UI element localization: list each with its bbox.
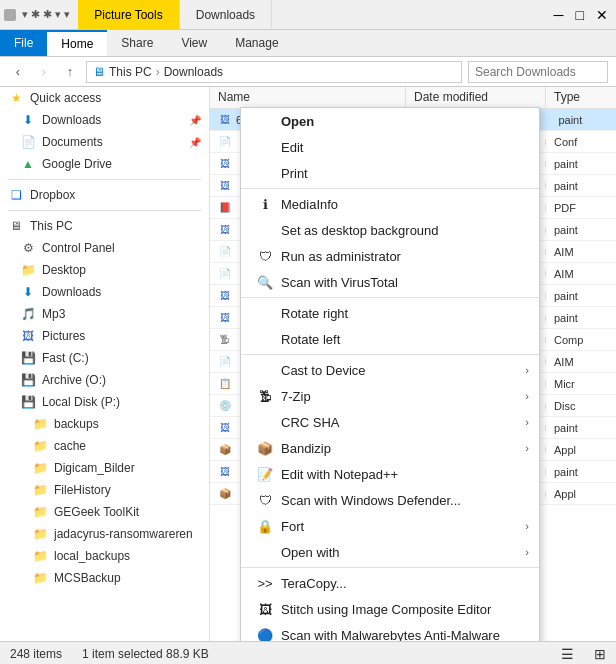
sidebar-item-desktop[interactable]: 📁 Desktop [0,259,209,281]
cm-item-open[interactable]: Open [241,108,539,134]
sidebar-item-backups[interactable]: 📁 backups [0,413,209,435]
sidebar-item-jadacyrus[interactable]: 📁 jadacyrus-ransomwareren [0,523,209,545]
run-admin-icon: 🛡 [257,248,273,264]
sidebar-item-cache[interactable]: 📁 cache [0,435,209,457]
sidebar-item-digicam[interactable]: 📁 Digicam_Bilder [0,457,209,479]
path-thispc: This PC [109,65,152,79]
tab-manage[interactable]: Manage [221,30,292,56]
7zip-icon: 🗜 [257,388,273,404]
star-icon: ★ [8,90,24,106]
file-icon-3: 🖼 [218,179,232,193]
file-icon-4: 📕 [218,201,232,215]
sidebar-item-local-backups[interactable]: 📁 local_backups [0,545,209,567]
cm-item-mediainfo[interactable]: ℹ MediaInfo [241,191,539,217]
cm-item-fort[interactable]: 🔒 Fort › [241,513,539,539]
status-bar: 248 items 1 item selected 88.9 KB ☰ ⊞ [0,641,616,664]
forward-button[interactable]: › [34,62,54,82]
file-area: Name Date modified Type 🖼 6f539fceea7b92… [210,87,616,641]
dropbox-icon: ❑ [8,187,24,203]
sidebar-item-dropbox[interactable]: ❑ Dropbox [0,184,209,206]
thispc-icon: 🖥 [8,218,24,234]
tab-share[interactable]: Share [107,30,167,56]
cm-item-openwith[interactable]: Open with › [241,539,539,565]
cm-item-crcsha[interactable]: CRC SHA › [241,409,539,435]
quick-access-toolbar: ▾ ✱ ✱ ▾ ▾ [18,8,74,21]
file-list-header: Name Date modified Type [210,87,616,109]
controlpanel-icon: ⚙ [20,240,36,256]
view-large-icon[interactable]: ☰ [561,646,574,662]
close-button[interactable]: ✕ [592,7,612,23]
cm-item-stitch[interactable]: 🖼 Stitch using Image Composite Editor [241,596,539,622]
openwith-arrow: › [525,546,529,558]
divider-1 [8,179,201,180]
cm-item-7zip[interactable]: 🗜 7-Zip › [241,383,539,409]
ribbon: File Home Share View Manage [0,30,616,57]
cm-item-virustotal[interactable]: 🔍 Scan with VirusTotal [241,269,539,295]
sidebar-item-gegeek[interactable]: 📁 GEGeek ToolKit [0,501,209,523]
file-icon-6: 📄 [218,245,232,259]
mcsbackup-icon: 📁 [32,570,48,586]
sidebar-item-local-p[interactable]: 💾 Local Disk (P:) [0,391,209,413]
minimize-button[interactable]: ─ [550,7,568,23]
cm-item-print[interactable]: Print [241,160,539,186]
cm-item-desktop-bg[interactable]: Set as desktop background [241,217,539,243]
sidebar-item-archive-o[interactable]: 💾 Archive (O:) [0,369,209,391]
maximize-button[interactable]: □ [572,7,588,23]
cm-item-notepad[interactable]: 📝 Edit with Notepad++ [241,461,539,487]
col-header-date[interactable]: Date modified [406,87,546,108]
sidebar-item-filehistory[interactable]: 📁 FileHistory [0,479,209,501]
sidebar-item-pictures[interactable]: 🖼 Pictures [0,325,209,347]
file-icon-8: 🖼 [218,289,232,303]
sidebar-item-fast-c[interactable]: 💾 Fast (C:) [0,347,209,369]
cast-icon [257,362,273,378]
file-icon-7: 📄 [218,267,232,281]
file-icon-1: 📄 [218,135,232,149]
notepad-icon: 📝 [257,466,273,482]
cm-item-edit[interactable]: Edit [241,134,539,160]
sidebar-item-controlpanel[interactable]: ⚙ Control Panel [0,237,209,259]
col-header-type[interactable]: Type [546,87,616,108]
local-p-icon: 💾 [20,394,36,410]
sidebar-item-mp3[interactable]: 🎵 Mp3 [0,303,209,325]
address-path[interactable]: 🖥 This PC › Downloads [86,61,462,83]
path-icon: 🖥 [93,65,105,79]
open-icon [257,113,273,129]
up-button[interactable]: ↑ [60,62,80,82]
cm-divider-3 [241,354,539,355]
ribbon-tabs: File Home Share View Manage [0,30,616,56]
sidebar-item-googledrive[interactable]: ▲ Google Drive [0,153,209,175]
sidebar-item-thispc[interactable]: 🖥 This PC [0,215,209,237]
back-button[interactable]: ‹ [8,62,28,82]
cm-item-rotate-left[interactable]: Rotate left [241,326,539,352]
title-tabs: Picture Tools Downloads [78,0,272,29]
cm-item-cast[interactable]: Cast to Device › [241,357,539,383]
tab-file[interactable]: File [0,30,47,56]
search-input[interactable] [468,61,608,83]
rotate-left-icon [257,331,273,347]
desktop-bg-icon [257,222,273,238]
cm-item-teracopy[interactable]: >> TeraCopy... [241,570,539,596]
print-icon [257,165,273,181]
view-small-icon[interactable]: ⊞ [594,646,606,662]
cm-item-malware[interactable]: 🔵 Scan with Malwarebytes Anti-Malware [241,622,539,641]
address-bar: ‹ › ↑ 🖥 This PC › Downloads [0,57,616,87]
sidebar-item-downloads-quick[interactable]: ⬇ Downloads 📌 [0,109,209,131]
col-header-name[interactable]: Name [210,87,406,108]
tab-downloads-title[interactable]: Downloads [180,0,272,29]
sidebar: ★ Quick access ⬇ Downloads 📌 📄 Documents… [0,87,210,641]
sidebar-item-downloads-pc[interactable]: ⬇ Downloads [0,281,209,303]
digicam-icon: 📁 [32,460,48,476]
sidebar-item-mcsbackup[interactable]: 📁 MCSBackup [0,567,209,589]
sidebar-item-documents[interactable]: 📄 Documents 📌 [0,131,209,153]
main-area: ★ Quick access ⬇ Downloads 📌 📄 Documents… [0,87,616,641]
sidebar-item-quick-access[interactable]: ★ Quick access [0,87,209,109]
cm-item-run-admin[interactable]: 🛡 Run as administrator [241,243,539,269]
bandizip-icon: 📦 [257,440,273,456]
selected-info: 1 item selected 88.9 KB [82,647,209,661]
tab-view[interactable]: View [167,30,221,56]
cm-item-defender[interactable]: 🛡 Scan with Windows Defender... [241,487,539,513]
cm-item-bandizip[interactable]: 📦 Bandizip › [241,435,539,461]
cm-item-rotate-right[interactable]: Rotate right [241,300,539,326]
tab-home[interactable]: Home [47,30,107,56]
tab-picture-tools[interactable]: Picture Tools [78,0,179,29]
